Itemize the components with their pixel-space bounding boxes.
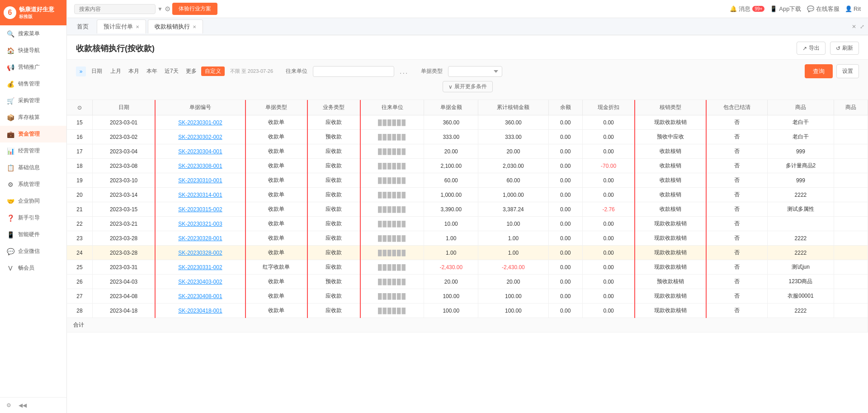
close-tab-icon[interactable]: ✕ [852, 24, 856, 30]
cell-partner: ██████ [360, 173, 424, 188]
cell-writeoff-type: 预收款核销 [635, 275, 706, 289]
table-row: 18 2023-03-08 SK-20230308-001 收款单 应收款 ██… [67, 159, 868, 173]
cell-writeoff-amount: 2,030.00 [478, 159, 548, 173]
sidebar: 6 畅康道好生意 标推版 🔍搜索菜单🏠快捷导航📢营销推广💰销售管理🛒采购管理📦库… [0, 0, 67, 413]
sidebar-label-quick: 快捷导航 [18, 47, 40, 54]
tab-home[interactable]: 首页 [71, 20, 95, 33]
sidebar-item-purchase[interactable]: 🛒采购管理 [0, 92, 66, 109]
cell-doc-type: 收款单 [245, 202, 307, 217]
cell-cash-discount: 0.00 [582, 217, 635, 231]
logo-icon: 6 [4, 6, 16, 19]
settings-icon[interactable]: ⚙ [165, 5, 170, 13]
settings-button[interactable]: 设置 [836, 64, 859, 78]
cell-amount: -2,430.00 [424, 260, 478, 275]
cell-doc-type: 收款单 [245, 173, 307, 188]
cell-doc-no: SK-20230308-001 [155, 159, 245, 173]
sidebar-item-vip[interactable]: V畅会员 [0, 260, 66, 276]
tab-prepaid[interactable]: 预计应付单 ✕ [97, 19, 146, 33]
app-download-link[interactable]: 📱 App下载 [770, 5, 801, 13]
cell-amount: 100.00 [424, 289, 478, 304]
expand-tab-icon[interactable]: ⤢ [860, 24, 864, 30]
date-btn-7days[interactable]: 近7天 [162, 66, 181, 76]
cell-biz-type: 预收款 [307, 130, 360, 144]
sidebar-item-system[interactable]: ⚙系统管理 [0, 176, 66, 193]
date-btn-more[interactable]: 更多 [183, 66, 199, 76]
sidebar-item-wechat[interactable]: 💬企业微信 [0, 243, 66, 260]
page-container: 收款核销执行(按收款) ↗ 导出 ↺ 刷新 » 日期 [67, 35, 868, 413]
cell-partner: ██████ [360, 144, 424, 159]
query-button[interactable]: 查询 [805, 64, 833, 78]
th-amount: 单据金额 [424, 100, 478, 115]
messages-icon[interactable]: 🔔 消息 99+ [730, 5, 764, 13]
cell-date: 2023-03-28 [93, 231, 156, 246]
cell-product2 [834, 202, 868, 217]
cell-writeoff-amount: 1.00 [478, 246, 548, 260]
date-btn-last-month[interactable]: 上月 [108, 66, 124, 76]
date-btn-custom[interactable]: 自定义 [201, 66, 225, 76]
online-service-link[interactable]: 💬 在线客服 [807, 5, 840, 13]
partner-filter-label: 往来单位 [286, 67, 307, 75]
cell-doc-type: 收款单 [245, 130, 307, 144]
cell-biz-type: 应收款 [307, 173, 360, 188]
date-btn-this-year[interactable]: 本年 [144, 66, 160, 76]
cell-product2 [834, 159, 868, 173]
solution-button[interactable]: 体验行业方案 [172, 3, 217, 15]
cell-date: 2023-03-10 [93, 173, 156, 188]
cell-cash-discount: 0.00 [582, 231, 635, 246]
cell-biz-type: 应收款 [307, 144, 360, 159]
sidebar-label-wechat: 企业微信 [18, 247, 40, 255]
tab-collection[interactable]: 收款核销执行 ✕ [148, 19, 203, 33]
sidebar-item-sales[interactable]: 💰销售管理 [0, 76, 66, 92]
cell-writeoff-type: 收款核销 [635, 188, 706, 202]
tab-collection-close[interactable]: ✕ [193, 24, 196, 29]
sidebar-item-enterprise[interactable]: 🤝企业协同 [0, 193, 66, 209]
sidebar-item-hardware[interactable]: 📱智能硬件 [0, 226, 66, 243]
cell-partner: ██████ [360, 115, 424, 130]
cell-doc-no: SK-20230304-001 [155, 144, 245, 159]
sidebar-label-hardware: 智能硬件 [18, 231, 40, 238]
cell-balance: 0.00 [548, 144, 582, 159]
sidebar-item-basic[interactable]: 📋基础信息 [0, 159, 66, 176]
topbar-search-input[interactable] [74, 4, 156, 14]
filter-expand-button[interactable]: » [76, 66, 86, 76]
cell-product2 [834, 289, 868, 304]
content-area: 收款核销执行(按收款) ↗ 导出 ↺ 刷新 » 日期 [67, 35, 868, 413]
sidebar-item-marketing[interactable]: 📢营销推广 [0, 59, 66, 76]
cell-biz-type: 应收款 [307, 159, 360, 173]
refresh-button[interactable]: ↺ 刷新 [830, 42, 859, 55]
table-row: 21 2023-03-15 SK-20230315-002 收款单 应收款 ██… [67, 202, 868, 217]
cell-doc-no: SK-20230321-003 [155, 217, 245, 231]
cell-cash-discount: 0.00 [582, 260, 635, 275]
cell-amount: 333.00 [424, 130, 478, 144]
sidebar-item-search[interactable]: 🔍搜索菜单 [0, 25, 66, 42]
doc-type-filter-select[interactable] [448, 66, 502, 77]
sidebar-item-operations[interactable]: 📊经营管理 [0, 142, 66, 159]
cell-doc-no: SK-20230302-002 [155, 130, 245, 144]
table-row: 19 2023-03-10 SK-20230310-001 收款单 应收款 ██… [67, 173, 868, 188]
collapse-icon[interactable]: ◀◀ [19, 402, 27, 408]
sidebar-icon-hardware: 📱 [6, 231, 14, 238]
sidebar-item-quick[interactable]: 🏠快捷导航 [0, 42, 66, 59]
user-avatar[interactable]: 👤 Rit [845, 5, 861, 12]
cell-writeoff-type: 现款收款核销 [635, 246, 706, 260]
sidebar-item-guide[interactable]: ❓新手引导 [0, 209, 66, 226]
settings-icon[interactable]: ⚙ [6, 402, 11, 408]
cell-writeoff-type: 现款收款核销 [635, 115, 706, 130]
cell-amount: 100.00 [424, 304, 478, 318]
expand-more-button[interactable]: ∨ 展开更多条件 [443, 81, 493, 92]
cell-no: 20 [67, 188, 93, 202]
sidebar-item-finance[interactable]: 💼资金管理 [0, 126, 66, 142]
cell-balance: 0.00 [548, 260, 582, 275]
cell-balance: 0.00 [548, 202, 582, 217]
tab-prepaid-close[interactable]: ✕ [136, 24, 139, 29]
partner-filter-input[interactable] [313, 66, 394, 77]
date-btn-this-month[interactable]: 本月 [126, 66, 142, 76]
export-button[interactable]: ↗ 导出 [797, 42, 826, 55]
sidebar-item-inventory[interactable]: 📦库存核算 [0, 109, 66, 126]
dropdown-icon[interactable]: ▼ [157, 6, 163, 12]
sidebar-nav: 🔍搜索菜单🏠快捷导航📢营销推广💰销售管理🛒采购管理📦库存核算💼资金管理📊经营管理… [0, 25, 66, 397]
table-total-row: 合计 [67, 318, 868, 332]
cell-date: 2023-04-08 [93, 289, 156, 304]
app-logo: 6 畅康道好生意 标推版 [0, 0, 66, 25]
cell-balance: 0.00 [548, 159, 582, 173]
